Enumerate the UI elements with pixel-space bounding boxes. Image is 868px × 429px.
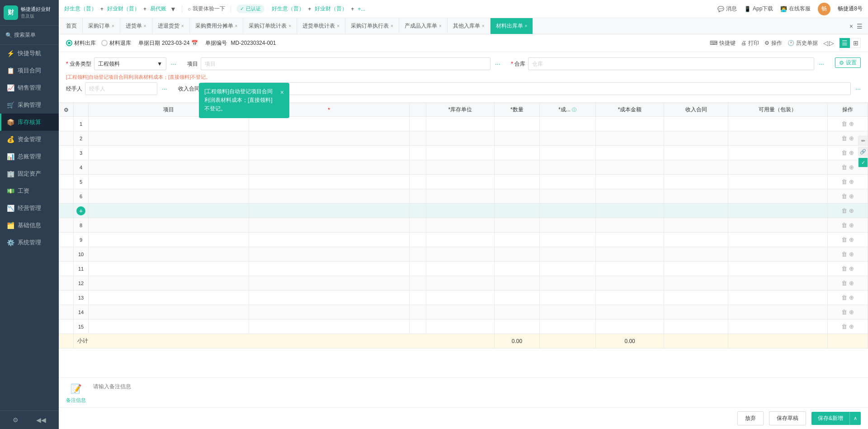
row-amount-14[interactable] [595, 305, 664, 319]
row-material-9[interactable] [249, 233, 409, 247]
row-project-7[interactable] [89, 204, 249, 218]
row-qty-1[interactable] [495, 117, 539, 131]
save-new-button[interactable]: 保存&新增 [811, 412, 850, 425]
delete-row-10[interactable]: 🗑 [841, 251, 847, 257]
row-amount-3[interactable] [595, 146, 664, 160]
warehouse-help-dots[interactable]: ··· [819, 60, 824, 67]
row-cost-7[interactable] [539, 204, 595, 218]
row-material-2[interactable] [249, 131, 409, 146]
row-qty-13[interactable] [495, 291, 539, 305]
save-new-arrow[interactable]: ∧ [850, 413, 861, 424]
row-cost-5[interactable] [539, 175, 595, 189]
row-unit-14[interactable] [426, 305, 495, 319]
row-project-14[interactable] [89, 305, 249, 319]
row-contract-3[interactable] [664, 146, 728, 160]
row-material-14[interactable] [249, 305, 409, 319]
tab-0[interactable]: 首页 [61, 18, 83, 34]
row-spec-6[interactable] [409, 189, 426, 204]
row-project-10[interactable] [89, 247, 249, 262]
row-cost-4[interactable] [539, 160, 595, 175]
nav-salary[interactable]: 💵工资 [0, 182, 59, 200]
right-panel-btn-2[interactable]: 🔗 [858, 147, 868, 157]
delete-row-5[interactable]: 🗑 [841, 178, 847, 185]
tab-7[interactable]: 采购订单执行表× [345, 18, 399, 34]
row-amount-8[interactable] [595, 218, 664, 233]
row-cost-6[interactable] [539, 189, 595, 204]
row-project-5[interactable] [89, 175, 249, 189]
row-unit-13[interactable] [426, 291, 495, 305]
row-amount-1[interactable] [595, 117, 664, 131]
tooltip-close-button[interactable]: × [280, 87, 284, 97]
row-qty-8[interactable] [495, 218, 539, 233]
handler-help-dots[interactable]: ··· [162, 85, 167, 92]
prev-arrow[interactable]: ◁ [823, 39, 828, 47]
sidebar-search-button[interactable]: 🔍 搜索菜单 [4, 29, 55, 41]
income-contract-help-dots[interactable]: ··· [855, 85, 861, 92]
row-cost-10[interactable] [539, 247, 595, 262]
calendar-icon[interactable]: 📅 [191, 40, 198, 46]
row-contract-14[interactable] [664, 305, 728, 319]
row-cost-15[interactable] [539, 319, 595, 334]
row-qty-12[interactable] [495, 276, 539, 291]
tab-4[interactable]: 采购费用分摊单× [190, 18, 244, 34]
row-cost-1[interactable] [539, 117, 595, 131]
delete-row-7[interactable]: 🗑 [841, 207, 847, 214]
row-qty-3[interactable] [495, 146, 539, 160]
row-unit-11[interactable] [426, 262, 495, 276]
project-help-dots[interactable]: ··· [495, 60, 500, 67]
row-spec-15[interactable] [409, 319, 426, 334]
copy-row-6[interactable]: ⊕ [849, 193, 854, 200]
copy-row-11[interactable]: ⊕ [849, 265, 854, 272]
delete-row-6[interactable]: 🗑 [841, 193, 847, 200]
row-contract-13[interactable] [664, 291, 728, 305]
copy-row-1[interactable]: ⊕ [849, 120, 854, 127]
print-button[interactable]: 🖨 打印 [741, 39, 759, 47]
copy-row-10[interactable]: ⊕ [849, 251, 854, 257]
right-panel-btn-1[interactable]: ✏ [858, 136, 868, 146]
row-material-6[interactable] [249, 189, 409, 204]
radio-material-return[interactable]: 材料退库 [101, 39, 131, 47]
row-available-11[interactable] [728, 262, 827, 276]
topbar-tag-shengyi2[interactable]: 好生意（普） [272, 5, 304, 13]
user-avatar[interactable]: 畅 [818, 3, 830, 15]
row-material-3[interactable] [249, 146, 409, 160]
delete-row-9[interactable]: 🗑 [841, 236, 847, 243]
row-available-3[interactable] [728, 146, 827, 160]
row-unit-1[interactable] [426, 117, 495, 131]
row-unit-2[interactable] [426, 131, 495, 146]
delete-row-2[interactable]: 🗑 [841, 135, 847, 142]
row-qty-6[interactable] [495, 189, 539, 204]
row-amount-4[interactable] [595, 160, 664, 175]
row-spec-11[interactable] [409, 262, 426, 276]
tab-close-1[interactable]: × [112, 24, 114, 29]
row-project-12[interactable] [89, 276, 249, 291]
project-input[interactable]: 项目 [201, 57, 491, 70]
topbar-tag-shengyi[interactable]: 好生意（普） [64, 5, 97, 13]
row-project-6[interactable] [89, 189, 249, 204]
notes-input-field[interactable] [91, 381, 861, 391]
row-amount-7[interactable] [595, 204, 664, 218]
tab-1[interactable]: 采购订单× [83, 18, 120, 34]
nav-accounting[interactable]: 📊总账管理 [0, 148, 59, 165]
row-available-7[interactable] [728, 204, 827, 218]
row-qty-14[interactable] [495, 305, 539, 319]
copy-row-2[interactable]: ⊕ [849, 135, 854, 142]
tab-8[interactable]: 产成品入库单× [399, 18, 448, 34]
tab-close-10[interactable]: × [525, 24, 528, 29]
tab-close-7[interactable]: × [391, 24, 393, 29]
row-unit-3[interactable] [426, 146, 495, 160]
row-available-8[interactable] [728, 218, 827, 233]
tab-9[interactable]: 其他入库单× [448, 18, 491, 34]
row-amount-13[interactable] [595, 291, 664, 305]
row-material-10[interactable] [249, 247, 409, 262]
row-contract-12[interactable] [664, 276, 728, 291]
username-label[interactable]: 畅捷通8号 [838, 5, 863, 13]
nav-sales[interactable]: 📈销售管理 [0, 79, 59, 96]
copy-row-13[interactable]: ⊕ [849, 294, 854, 301]
row-contract-15[interactable] [664, 319, 728, 334]
list-view-btn[interactable]: ☰ [840, 38, 850, 48]
row-qty-7[interactable] [495, 204, 539, 218]
tab-close-8[interactable]: × [439, 24, 442, 29]
delete-row-8[interactable]: 🗑 [841, 222, 847, 229]
grid-view-btn[interactable]: ⊞ [851, 38, 861, 48]
